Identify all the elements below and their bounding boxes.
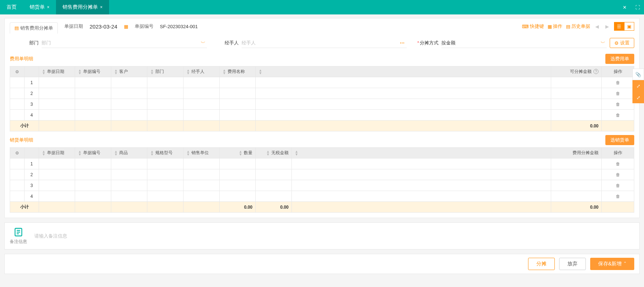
expand-icon: ⤢ (636, 95, 640, 100)
top-tabs: 首页 销货单× 销售费用分摊单× ✕ ⛶ (0, 0, 644, 14)
remarks-label: 备注信息 (10, 239, 27, 245)
window-fullscreen-button[interactable]: ⛶ (631, 0, 644, 14)
docno-value: SF-20230324-001 (160, 24, 198, 29)
method-select[interactable]: 按金额 ﹀ (441, 38, 607, 48)
tab-sales-order[interactable]: 销货单× (23, 0, 56, 14)
gear-header[interactable]: ⚙ (10, 66, 25, 77)
form-type-label: 销售费用分摊单 (20, 25, 53, 31)
delete-icon[interactable]: 🗑 (616, 172, 620, 177)
paperclip-icon: 📎 (635, 72, 641, 77)
handler-select[interactable]: 经手人 ⋯ (242, 38, 407, 48)
col-date[interactable]: ▲▼单据日期 (39, 66, 75, 77)
side-rail: 📎 ⤢ ⤢ (632, 69, 644, 103)
handler-label: 经手人 (210, 40, 239, 46)
table-row[interactable]: 1🗑 (10, 158, 634, 169)
col-ops: 操作 (602, 66, 634, 77)
calendar-icon[interactable]: ▦ (124, 24, 128, 29)
gear-icon: ⚙ (614, 40, 619, 46)
gear-icon: ⚙ (15, 151, 19, 156)
notes-icon (13, 227, 23, 237)
remarks-input[interactable]: 请输入备注信息 (34, 233, 634, 239)
delete-icon[interactable]: 🗑 (616, 194, 620, 199)
chevron-up-icon: ˄ (624, 261, 626, 267)
chevron-down-icon: ﹀ (601, 40, 605, 46)
expense-detail-table: ⚙ ▲▼单据日期 ▲▼单据编号 ▲▼客户 ▲▼部门 ▲▼经手人 ▲▼费用名称 ▲… (10, 66, 634, 131)
col-docno[interactable]: ▲▼单据编号 (75, 66, 111, 77)
more-icon: ⋯ (400, 40, 405, 45)
select-expense-button[interactable]: 选费用单 (605, 54, 634, 64)
window-close-button[interactable]: ✕ (618, 0, 631, 14)
discard-button[interactable]: 放弃 (559, 258, 586, 270)
expand-icon: ⤢ (636, 83, 640, 89)
col-date[interactable]: ▲▼单据日期 (39, 148, 75, 158)
delete-icon[interactable]: 🗑 (616, 102, 620, 107)
prev-doc-icon[interactable]: ◀ (594, 24, 600, 29)
col-alloc[interactable]: 费用分摊金额 (551, 148, 602, 158)
col-notax[interactable]: ▲▼无税金额 (256, 148, 292, 158)
sec2-title: 销货单明细 (10, 137, 33, 143)
gear-header[interactable]: ⚙ (10, 148, 25, 158)
delete-icon[interactable]: 🗑 (616, 113, 620, 118)
col-spec[interactable]: ▲▼规格型号 (147, 148, 183, 158)
history-button[interactable]: ▤ 历史单据 (566, 23, 590, 30)
view-standard-button[interactable]: ☰ (614, 22, 624, 31)
col-unit[interactable]: ▲▼销售单位 (183, 148, 220, 158)
table-row[interactable]: 2🗑 (10, 169, 634, 180)
col-ops: 操作 (602, 148, 634, 158)
col-product[interactable]: ▲▼商品 (111, 148, 147, 158)
delete-icon[interactable]: 🗑 (616, 161, 620, 166)
footer-actions: 分摊 放弃 保存&新增 ˄ (4, 254, 640, 274)
chevron-down-icon: ﹀ (201, 40, 206, 46)
subtotal-row: 小计 0.00 0.00 0.00 (10, 202, 634, 213)
delete-icon[interactable]: 🗑 (616, 183, 620, 188)
next-doc-icon[interactable]: ▶ (604, 24, 610, 29)
tab-expense-alloc[interactable]: 销售费用分摊单× (56, 0, 109, 14)
table-row[interactable]: 2🗑 (10, 88, 634, 99)
dept-label: 部门 (10, 40, 39, 46)
subtotal-row: 小计 0.00 (10, 121, 634, 131)
expand-button[interactable]: ⤢ (632, 80, 644, 92)
help-icon[interactable]: ? (593, 69, 598, 74)
shortcut-button[interactable]: ⌨ 快捷键 (522, 23, 544, 30)
method-label: *分摊方式 (410, 40, 438, 46)
sales-detail-table: ⚙ ▲▼单据日期 ▲▼单据编号 ▲▼商品 ▲▼规格型号 ▲▼销售单位 ▲▼数量 … (10, 147, 634, 213)
close-icon[interactable]: × (47, 5, 49, 10)
main-form-card: ▤ 销售费用分摊单 单据日期 2023-03-24 ▦ 单据编号 SF-2023… (4, 18, 640, 218)
table-row[interactable]: 3🗑 (10, 180, 634, 191)
allocate-button[interactable]: 分摊 (528, 258, 555, 270)
table-row[interactable]: 4🗑 (10, 191, 634, 202)
view-compact-button[interactable]: ▣ (624, 22, 634, 31)
date-label: 单据日期 (64, 23, 83, 30)
close-icon[interactable]: × (100, 5, 103, 10)
col-feename[interactable]: ▲▼费用名称 (220, 66, 256, 77)
attachment-button[interactable]: 📎 (632, 69, 644, 80)
form-type-tab[interactable]: ▤ 销售费用分摊单 (10, 22, 58, 34)
expand-button-2[interactable]: ⤢ (632, 92, 644, 103)
table-row[interactable]: 4🗑 (10, 110, 634, 121)
dept-select[interactable]: 部门 ﹀ (42, 38, 207, 48)
tab-home[interactable]: 首页 (0, 0, 23, 14)
remarks-section: 备注信息 请输入备注信息 (4, 222, 640, 249)
save-and-new-button[interactable]: 保存&新增 ˄ (590, 258, 634, 270)
col-alloc[interactable]: 可分摊金额 ? (551, 66, 602, 77)
gear-icon: ⚙ (15, 69, 19, 74)
col-qty[interactable]: ▲▼数量 (220, 148, 256, 158)
date-value[interactable]: 2023-03-24 (90, 23, 117, 30)
col-handler[interactable]: ▲▼经手人 (183, 66, 220, 77)
col-customer[interactable]: ▲▼客户 (111, 66, 147, 77)
document-icon: ▤ (14, 25, 19, 31)
sec1-title: 费用单明细 (10, 56, 33, 62)
table-row[interactable]: 3🗑 (10, 99, 634, 110)
delete-icon[interactable]: 🗑 (616, 80, 620, 85)
settings-button[interactable]: ⚙设置 (610, 38, 634, 48)
docno-label: 单据编号 (135, 23, 154, 30)
select-sales-button[interactable]: 选销货单 (605, 135, 634, 145)
delete-icon[interactable]: 🗑 (616, 91, 620, 96)
col-dept[interactable]: ▲▼部门 (147, 66, 183, 77)
table-row[interactable]: 1🗑 (10, 77, 634, 88)
col-docno[interactable]: ▲▼单据编号 (75, 148, 111, 158)
ops-button[interactable]: ▦ 操作 (548, 23, 562, 30)
